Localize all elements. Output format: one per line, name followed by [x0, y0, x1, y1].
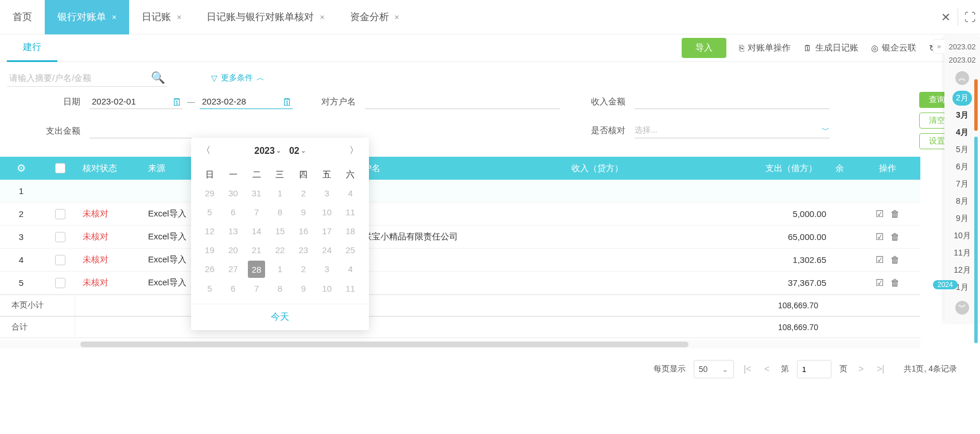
calendar-day[interactable]: 5 — [198, 279, 221, 298]
last-page-button[interactable]: >| — [875, 364, 886, 374]
calendar-day[interactable]: 17 — [315, 222, 339, 241]
calendar-day[interactable]: 4 — [339, 184, 362, 203]
timeline-month[interactable]: 1月 — [956, 280, 969, 295]
calendar-day[interactable]: 6 — [221, 203, 245, 222]
calendar-day[interactable]: 31 — [245, 184, 269, 203]
calendar-day[interactable]: 7 — [245, 279, 269, 298]
party-input[interactable] — [365, 94, 560, 109]
calendar-day[interactable]: 18 — [339, 222, 362, 241]
first-page-button[interactable]: |< — [742, 364, 753, 374]
col-party[interactable]: 方户名 — [350, 157, 567, 180]
table-row[interactable]: 3未核对Excel导入圳联宝小精品有限责任公司65,000.00☑🗑 — [0, 226, 920, 249]
calendar-day[interactable]: 23 — [291, 241, 315, 259]
table-row[interactable]: 1 — [0, 180, 920, 203]
close-icon[interactable]: × — [112, 13, 116, 22]
prev-page-button[interactable]: < — [761, 364, 773, 374]
tab-journal[interactable]: 日记账× — [129, 0, 194, 34]
calendar-day[interactable]: 11 — [339, 279, 362, 298]
calendar-day[interactable]: 9 — [291, 279, 315, 298]
timeline-month[interactable]: 2月 — [952, 91, 972, 106]
tab-bank-statement[interactable]: 银行对账单× — [45, 0, 129, 34]
timeline-up-button[interactable]: ︽ — [955, 71, 969, 85]
delete-icon[interactable]: 🗑 — [890, 278, 900, 288]
calendar-day[interactable]: 30 — [221, 184, 245, 203]
import-button[interactable]: 导入 — [682, 38, 726, 58]
timeline-down-button[interactable]: ︾ — [955, 301, 969, 315]
select-all-checkbox[interactable] — [55, 163, 65, 173]
close-icon[interactable]: × — [177, 13, 181, 22]
calendar-day[interactable]: 5 — [198, 203, 221, 222]
calendar-day[interactable]: 2 — [291, 259, 315, 279]
horizontal-scrollbar[interactable] — [0, 340, 920, 348]
calendar-day[interactable]: 28 — [248, 261, 265, 278]
col-income[interactable]: 收入（贷方） — [567, 157, 697, 180]
next-month-button[interactable]: 〉 — [348, 145, 360, 157]
calendar-day[interactable]: 11 — [339, 203, 362, 222]
calendar-day[interactable]: 8 — [269, 279, 292, 298]
calendar-icon[interactable]: 🗓 — [282, 96, 293, 108]
checked-select[interactable]: 选择... ﹀ — [635, 123, 830, 138]
calendar-day[interactable]: 29 — [198, 184, 221, 203]
calendar-day[interactable]: 21 — [245, 241, 269, 259]
tab-home[interactable]: 首页 — [0, 0, 45, 34]
calendar-day[interactable]: 24 — [315, 241, 339, 259]
close-icon[interactable]: × — [320, 13, 324, 22]
search-input[interactable] — [7, 69, 168, 87]
check-icon[interactable]: ☑ — [876, 254, 884, 265]
col-expense[interactable]: 支出（借方） — [697, 157, 831, 180]
calendar-day[interactable]: 20 — [221, 241, 245, 259]
col-status[interactable]: 核对状态 — [78, 157, 143, 180]
tab-fund-analysis[interactable]: 资金分析× — [337, 0, 412, 34]
timeline-month[interactable]: 6月 — [956, 160, 969, 175]
calendar-day[interactable]: 25 — [339, 241, 362, 259]
timeline-month[interactable]: 4月 — [956, 125, 969, 140]
sub-tab-bank[interactable]: 建行 — [7, 34, 57, 62]
calendar-day[interactable]: 6 — [221, 279, 245, 298]
calendar-day[interactable]: 1 — [269, 184, 292, 203]
calendar-day[interactable]: 14 — [245, 222, 269, 241]
timeline-month[interactable]: 5月 — [956, 142, 969, 157]
calendar-day[interactable]: 26 — [198, 259, 221, 279]
calendar-day[interactable]: 2 — [291, 184, 315, 203]
income-input[interactable] — [635, 94, 830, 109]
calendar-day[interactable]: 27 — [221, 259, 245, 279]
calendar-day[interactable]: 3 — [315, 259, 339, 279]
calendar-day[interactable]: 8 — [269, 203, 292, 222]
calendar-day[interactable]: 10 — [315, 279, 339, 298]
calendar-day[interactable]: 22 — [269, 241, 292, 259]
check-icon[interactable]: ☑ — [876, 208, 884, 219]
window-fullscreen-button[interactable]: ⛶ — [960, 7, 980, 27]
row-checkbox[interactable] — [55, 209, 65, 219]
calendar-day[interactable]: 16 — [291, 222, 315, 241]
calendar-day[interactable]: 3 — [315, 184, 339, 203]
timeline-month[interactable]: 12月 — [954, 263, 971, 278]
calendar-day[interactable]: 7 — [245, 203, 269, 222]
gen-journal-action[interactable]: 🗓生成日记账 — [803, 42, 858, 53]
timeline-collapse-button[interactable]: » — [933, 39, 944, 54]
date-to-field[interactable]: 2023-02-28 🗓 — [200, 94, 293, 109]
prev-month-button[interactable]: 〈 — [200, 145, 212, 157]
check-icon[interactable]: ☑ — [876, 277, 884, 288]
tab-reconcile[interactable]: 日记账与银行对账单核对× — [194, 0, 337, 34]
check-icon[interactable]: ☑ — [876, 231, 884, 242]
timeline-month[interactable]: 11月 — [954, 246, 971, 261]
timeline-month[interactable]: 9月 — [956, 211, 969, 226]
calendar-day[interactable]: 19 — [198, 241, 221, 259]
calendar-day[interactable]: 13 — [221, 222, 245, 241]
calendar-icon[interactable]: 🗓 — [172, 96, 182, 108]
row-checkbox[interactable] — [55, 278, 65, 288]
next-page-button[interactable]: > — [855, 364, 867, 374]
delete-icon[interactable]: 🗑 — [890, 232, 900, 242]
calendar-day[interactable]: 9 — [291, 203, 315, 222]
delete-icon[interactable]: 🗑 — [890, 209, 900, 219]
month-select[interactable]: 02⌄ — [289, 146, 306, 156]
page-input[interactable] — [797, 360, 831, 378]
window-close-button[interactable]: ✕ — [936, 7, 955, 27]
table-row[interactable]: 4未核对Excel导入1,302.65☑🗑 — [0, 249, 920, 272]
calendar-day[interactable]: 4 — [339, 259, 362, 279]
delete-icon[interactable]: 🗑 — [890, 255, 900, 265]
date-from-field[interactable]: 2023-02-01 🗓 — [90, 94, 182, 109]
statement-action[interactable]: ⎘对账单操作 — [739, 42, 791, 53]
timeline-month[interactable]: 3月 — [956, 108, 969, 123]
more-conditions-toggle[interactable]: ▽ 更多条件 ︿ — [211, 73, 265, 83]
